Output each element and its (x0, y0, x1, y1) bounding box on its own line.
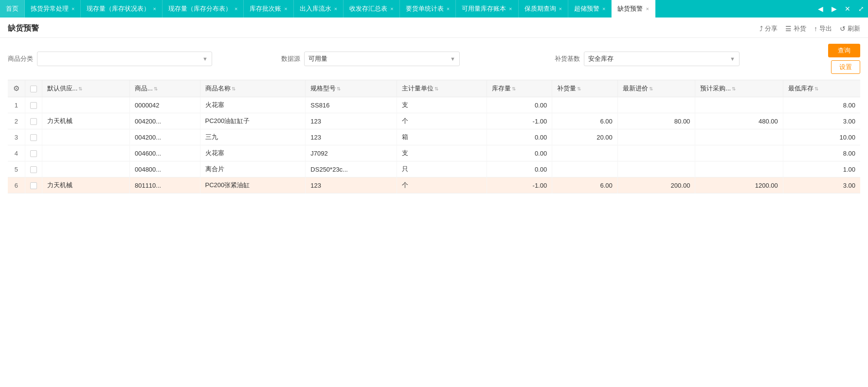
cell-spec: 123 (306, 129, 397, 145)
select-all-checkbox[interactable] (30, 86, 37, 92)
close-inventory-dist-icon[interactable]: × (235, 6, 237, 12)
next-tab-button[interactable]: ▶ (827, 0, 841, 18)
product-category-label: 商品分类 (8, 54, 33, 63)
tab-order-stats-label: 要货单统计表 (406, 4, 444, 13)
th-replenish-qty[interactable]: 补货量 ⇅ (552, 80, 618, 97)
table-row[interactable]: 1 0000042 火花塞 SS816 支 0.00 8.00 (8, 97, 860, 113)
sort-replenish-qty[interactable]: 补货量 ⇅ (557, 84, 613, 93)
filter-group-replenish-base: 补货基数 安全库存 ▼ (555, 52, 820, 66)
tab-expiry-query[interactable]: 保质期查询 × (519, 0, 568, 18)
table-row[interactable]: 3 004200... 三九 123 箱 0.00 20.00 10.00 (8, 129, 860, 145)
close-overstock-icon[interactable]: × (602, 6, 605, 12)
th-product-name[interactable]: 商品名称 ⇅ (200, 80, 306, 97)
cell-latest-price (617, 161, 695, 177)
sort-unit[interactable]: 主计量单位 ⇅ (402, 84, 482, 93)
replenish-base-select[interactable]: 安全库存 ▼ (584, 52, 740, 66)
cell-spec: J7092 (306, 145, 397, 161)
close-batch-account-icon[interactable]: × (284, 6, 287, 12)
tab-available-ledger[interactable]: 可用量库存账本 × (456, 0, 518, 18)
replenish-base-value: 安全库存 (588, 54, 614, 63)
cell-unit: 支 (397, 97, 487, 113)
replenish-button[interactable]: ☰ 补货 (785, 24, 806, 33)
table-row[interactable]: 6 力天机械 801110... PC200张紧油缸 123 个 -1.00 6… (8, 177, 860, 194)
sort-latest-price[interactable]: 最新进价 ⇅ (623, 84, 690, 93)
close-tab-button[interactable]: ✕ (841, 0, 854, 18)
table-row[interactable]: 2 力天机械 004200... PC200油缸缸子 123 个 -1.00 6… (8, 113, 860, 129)
export-button[interactable]: ↑ 导出 (814, 24, 832, 33)
prev-tab-button[interactable]: ◀ (814, 0, 827, 18)
row-checkbox[interactable] (30, 134, 37, 141)
sort-stock-qty[interactable]: 库存量 ⇅ (492, 84, 547, 93)
close-inventory-status-icon[interactable]: × (153, 6, 156, 12)
cell-stock-qty: 0.00 (487, 129, 552, 145)
share-button[interactable]: ⤴ 分享 (760, 24, 778, 33)
cell-supplier: 力天机械 (42, 113, 129, 129)
filter-actions: 查询 设置 (828, 44, 860, 74)
tab-inventory-status[interactable]: 现存量（库存状况表） × (81, 0, 162, 18)
cell-stock-qty: 0.00 (487, 97, 552, 113)
th-product-code[interactable]: 商品... ⇅ (129, 80, 200, 97)
sort-min-stock[interactable]: 最低库存 ⇅ (788, 84, 855, 93)
sort-icon-stock-qty: ⇅ (512, 86, 516, 91)
maximize-button[interactable]: ⤢ (854, 0, 868, 18)
th-spec[interactable]: 规格型号 ⇅ (306, 80, 397, 97)
tab-exception-label: 拣货异常处理 (31, 4, 69, 13)
row-num: 3 (8, 129, 25, 145)
th-default-supplier[interactable]: 默认供应... ⇅ (42, 80, 129, 97)
th-latest-price[interactable]: 最新进价 ⇅ (617, 80, 695, 97)
cell-product-name: 离合片 (200, 161, 306, 177)
row-checkbox[interactable] (30, 182, 37, 189)
table-header-row: ⚙ 默认供应... ⇅ 商品... ⇅ (8, 80, 860, 97)
row-checkbox-cell (25, 145, 42, 161)
row-checkbox[interactable] (30, 118, 37, 125)
settings-button[interactable]: 设置 (831, 60, 860, 74)
th-unit[interactable]: 主计量单位 ⇅ (397, 80, 487, 97)
product-category-select[interactable]: ▼ (37, 52, 212, 66)
tab-batch-account-label: 库存批次账 (250, 4, 281, 13)
close-order-stats-icon[interactable]: × (447, 6, 450, 12)
data-source-select[interactable]: 可用量 ▼ (304, 52, 460, 66)
cell-min-stock: 8.00 (783, 145, 860, 161)
tab-receipt-summary[interactable]: 收发存汇总表 × (344, 0, 399, 18)
tab-inout-flow-label: 出入库流水 (300, 4, 331, 13)
row-checkbox-cell (25, 161, 42, 177)
tab-overstock[interactable]: 超储预警 × (568, 0, 612, 18)
table-row[interactable]: 5 004800... 离合片 DS250*23c... 只 0.00 1.00 (8, 161, 860, 177)
row-checkbox[interactable] (30, 150, 37, 157)
replenish-label: 补货 (794, 24, 806, 33)
cell-unit: 个 (397, 113, 487, 129)
close-inout-flow-icon[interactable]: × (334, 6, 337, 12)
close-receipt-summary-icon[interactable]: × (390, 6, 393, 12)
th-min-stock[interactable]: 最低库存 ⇅ (783, 80, 860, 97)
sort-default-supplier[interactable]: 默认供应... ⇅ (47, 84, 125, 93)
row-checkbox[interactable] (30, 102, 37, 109)
sort-product-name[interactable]: 商品名称 ⇅ (205, 84, 301, 93)
gear-settings-icon[interactable]: ⚙ (13, 84, 19, 92)
row-checkbox[interactable] (30, 166, 37, 173)
sort-est-purchase[interactable]: 预计采购... ⇅ (700, 84, 778, 93)
sort-product-code[interactable]: 商品... ⇅ (135, 84, 195, 93)
close-expiry-query-icon[interactable]: × (559, 6, 562, 12)
close-shortage-icon[interactable]: × (646, 6, 649, 12)
th-stock-qty[interactable]: 库存量 ⇅ (487, 80, 552, 97)
cell-spec: DS250*23c... (306, 161, 397, 177)
cell-spec: 123 (306, 113, 397, 129)
query-button[interactable]: 查询 (828, 44, 860, 57)
th-est-purchase[interactable]: 预计采购... ⇅ (695, 80, 783, 97)
sort-spec[interactable]: 规格型号 ⇅ (310, 84, 392, 93)
tab-exception[interactable]: 拣货异常处理 × (25, 0, 81, 18)
cell-product-code: 004200... (129, 113, 200, 129)
tab-inout-flow[interactable]: 出入库流水 × (294, 0, 344, 18)
close-available-ledger-icon[interactable]: × (509, 6, 512, 12)
tab-shortage[interactable]: 缺货预警 × (612, 0, 655, 18)
tab-order-stats[interactable]: 要货单统计表 × (400, 0, 456, 18)
tab-home[interactable]: 首页 (0, 0, 25, 18)
close-exception-icon[interactable]: × (72, 6, 74, 12)
tab-batch-account[interactable]: 库存批次账 × (244, 0, 293, 18)
cell-min-stock: 8.00 (783, 97, 860, 113)
table-row[interactable]: 4 004600... 火花塞 J7092 支 0.00 8.00 (8, 145, 860, 161)
refresh-button[interactable]: ↺ 刷新 (840, 24, 860, 33)
row-checkbox-cell (25, 97, 42, 113)
tab-inventory-dist[interactable]: 现存量（库存分布表） × (163, 0, 244, 18)
filter-group-category: 商品分类 ▼ (8, 52, 273, 66)
